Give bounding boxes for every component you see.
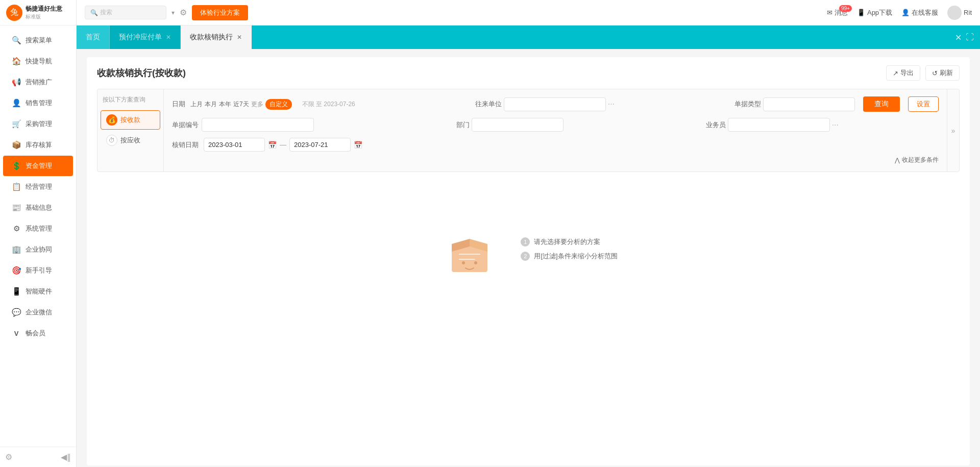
- verify-date-start-input[interactable]: [204, 138, 265, 152]
- app-edition: 标准版: [26, 13, 62, 20]
- export-button[interactable]: ↗ 导出: [886, 65, 920, 81]
- staff-label: 业务员: [706, 120, 726, 130]
- calendar-end-icon[interactable]: 📅: [354, 141, 362, 149]
- filter-main: 日期 上月 本月 本年 近7天 更多 自定义 不限 至 2023-07-26: [164, 89, 947, 171]
- voucher-no-label: 单据编号: [172, 120, 200, 130]
- header-left: 🔍 搜索 ▾ ⚙ 体验行业方案: [85, 5, 248, 20]
- hint-text-2: 用[过滤]条件来缩小分析范围: [534, 252, 617, 261]
- date-more[interactable]: 更多: [251, 100, 263, 109]
- industry-solution-button[interactable]: 体验行业方案: [192, 5, 248, 20]
- sidebar-item-inventory[interactable]: 📦 库存核算: [3, 135, 73, 155]
- sidebar-item-base-info[interactable]: 📰 基础信息: [3, 198, 73, 218]
- filter-toggle-icon[interactable]: »: [947, 89, 959, 171]
- filter-row-1: 日期 上月 本月 本年 近7天 更多 自定义 不限 至 2023-07-26: [172, 96, 939, 112]
- staff-input[interactable]: [728, 118, 830, 132]
- collapse-button[interactable]: ⋀ 收起更多条件: [895, 156, 939, 164]
- sales-icon: 👤: [11, 98, 21, 108]
- search-placeholder-icon: 🔍: [90, 9, 98, 16]
- date-this-month[interactable]: 本月: [205, 100, 217, 109]
- sidebar-item-member[interactable]: V 畅会员: [3, 323, 73, 343]
- page-actions: ↗ 导出 ↺ 刷新: [886, 65, 960, 81]
- message-action[interactable]: ✉ 消息 99+: [827, 8, 848, 17]
- sidebar-item-wechat[interactable]: 💬 企业微信: [3, 302, 73, 323]
- logo-icon: 兔: [6, 5, 22, 21]
- empty-illustration-svg: [439, 221, 500, 277]
- empty-hint-2: 2 用[过滤]条件来缩小分析范围: [521, 252, 617, 261]
- tab-collection[interactable]: 收款核销执行 ✕: [181, 26, 252, 49]
- counterparty-input[interactable]: [504, 97, 606, 111]
- dept-select[interactable]: [472, 118, 564, 132]
- sidebar-item-search-menu[interactable]: 🔍 搜索菜单: [3, 30, 73, 51]
- hint-number-1: 1: [521, 237, 530, 247]
- sidebar-item-finance[interactable]: 💲 资金管理: [3, 156, 73, 176]
- app-name: 畅捷通好生意: [26, 5, 62, 13]
- member-icon: V: [11, 328, 21, 338]
- collapse-area: ⋀ 收起更多条件: [172, 156, 939, 164]
- calendar-start-icon[interactable]: 📅: [268, 141, 277, 149]
- sidebar-item-enterprise[interactable]: 🏢 企业协同: [3, 239, 73, 260]
- base-info-icon: 📰: [11, 203, 21, 213]
- app-download-action[interactable]: 📱 App下载: [857, 8, 892, 17]
- date-this-year[interactable]: 本年: [219, 100, 231, 109]
- voucher-no-input[interactable]: [202, 118, 314, 132]
- wechat-icon: 💬: [11, 307, 21, 317]
- sidebar-item-operation[interactable]: 📋 经营管理: [3, 177, 73, 197]
- sidebar-item-marketing[interactable]: 📢 营销推广: [3, 72, 73, 92]
- header-right: ✉ 消息 99+ 📱 App下载 👤 在线客服 Rit: [827, 6, 972, 20]
- settings-button[interactable]: 设置: [908, 96, 939, 112]
- filter-sidebar: 按以下方案查询 💰 按收款 ⏱ 按应收: [97, 89, 164, 171]
- settings-icon[interactable]: ⚙: [5, 452, 12, 462]
- main-container: 🔍 搜索 ▾ ⚙ 体验行业方案 ✉ 消息 99+ 📱 App下载 👤 在线客服: [77, 0, 980, 467]
- counterparty-field: 往来单位 ···: [475, 97, 615, 111]
- header-gear-icon[interactable]: ⚙: [180, 8, 187, 17]
- sidebar-item-sales[interactable]: 👤 销售管理: [3, 93, 73, 113]
- date-7days[interactable]: 近7天: [233, 100, 249, 109]
- system-icon: ⚙: [11, 224, 21, 234]
- voucher-no-field: 单据编号: [172, 118, 314, 132]
- staff-field: 业务员 ···: [706, 118, 839, 132]
- dropdown-icon[interactable]: ▾: [172, 9, 175, 16]
- sidebar-item-guide[interactable]: 🎯 新手引导: [3, 260, 73, 281]
- close-window-icon[interactable]: ✕: [955, 33, 962, 42]
- refresh-button[interactable]: ↺ 刷新: [925, 65, 960, 81]
- online-service-action[interactable]: 👤 在线客服: [901, 8, 938, 17]
- date-prev-month[interactable]: 上月: [190, 100, 203, 109]
- date-custom[interactable]: 自定义: [265, 99, 292, 110]
- counterparty-more-icon[interactable]: ···: [608, 100, 615, 109]
- filter-item-by-receivable[interactable]: ⏱ 按应收: [101, 131, 160, 150]
- query-button[interactable]: 查询: [863, 96, 900, 112]
- collapse-chevron-icon: ⋀: [895, 157, 900, 164]
- empty-hints: 1 请先选择要分析的方案 2 用[过滤]条件来缩小分析范围: [521, 237, 617, 261]
- header-search-bar[interactable]: 🔍 搜索: [85, 6, 166, 19]
- receivable-icon: ⏱: [106, 135, 117, 146]
- sidebar-item-quick-nav[interactable]: 🏠 快捷导航: [3, 51, 73, 71]
- collapse-sidebar-icon[interactable]: ◀‖: [61, 452, 71, 462]
- voucher-type-field: 单据类型: [734, 97, 855, 111]
- tab-collection-close-icon[interactable]: ✕: [237, 34, 242, 41]
- tab-prepay[interactable]: 预付冲应付单 ✕: [110, 26, 181, 49]
- verify-date-end-input[interactable]: [289, 138, 351, 152]
- user-profile[interactable]: Rit: [947, 6, 972, 20]
- tab-home[interactable]: 首页: [77, 26, 110, 49]
- sidebar-item-system[interactable]: ⚙ 系统管理: [3, 218, 73, 239]
- maximize-icon[interactable]: ⛶: [966, 33, 974, 42]
- filter-item-by-receipt[interactable]: 💰 按收款: [101, 110, 160, 130]
- service-icon: 👤: [901, 9, 910, 16]
- empty-hint-1: 1 请先选择要分析的方案: [521, 237, 617, 247]
- hint-number-2: 2: [521, 252, 530, 261]
- counterparty-label: 往来单位: [475, 100, 502, 109]
- staff-more-icon[interactable]: ···: [832, 120, 839, 130]
- dept-label: 部门: [456, 120, 470, 130]
- date-label: 日期: [172, 100, 186, 109]
- svg-point-6: [474, 261, 477, 264]
- page-title: 收款核销执行(按收款): [97, 67, 186, 79]
- dept-field: 部门: [456, 118, 564, 132]
- sidebar-bottom: ⚙ ◀‖: [0, 447, 76, 467]
- sidebar-item-hardware[interactable]: 📱 智能硬件: [3, 281, 73, 302]
- refresh-icon: ↺: [932, 69, 938, 77]
- avatar: [947, 6, 962, 20]
- tab-prepay-close-icon[interactable]: ✕: [166, 34, 171, 41]
- voucher-type-select[interactable]: [763, 97, 855, 111]
- sidebar-item-purchase[interactable]: 🛒 采购管理: [3, 114, 73, 134]
- tab-collection-label: 收款核销执行: [190, 33, 233, 42]
